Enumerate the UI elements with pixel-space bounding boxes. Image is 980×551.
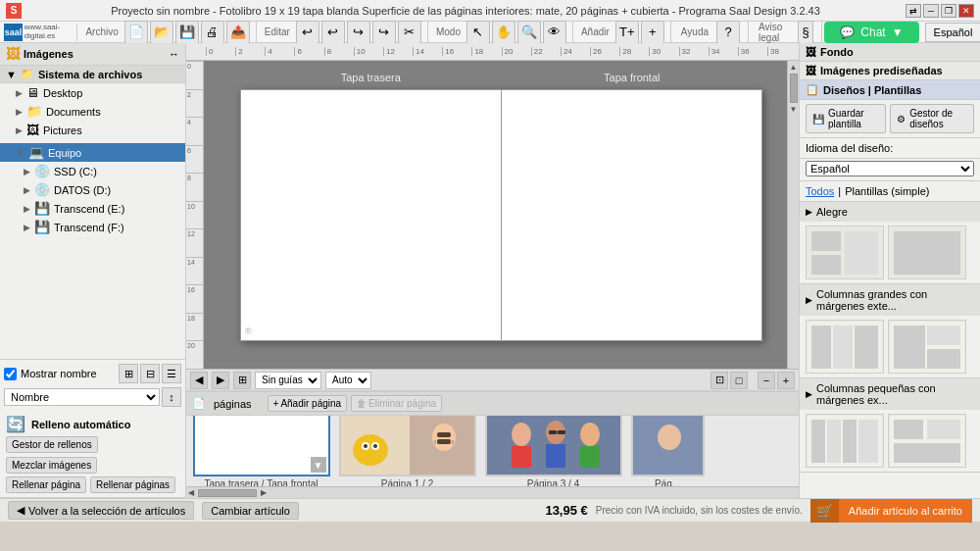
gestor-rellenos-btn[interactable]: Gestor de rellenos (6, 436, 98, 453)
h-scroll-thumb[interactable] (198, 489, 257, 497)
grid-small-view-btn[interactable]: ⊟ (140, 364, 160, 383)
tree-transcend-f[interactable]: ▶ 💾 Transcend (F:) (8, 218, 185, 236)
tree-ssd-c[interactable]: ▶ 💿 SSD (C:) (8, 162, 185, 180)
zoom-fit-btn[interactable]: ⊡ (710, 372, 728, 389)
vertical-scrollbar[interactable]: ▲ ▼ (787, 61, 799, 369)
idioma-select[interactable]: Español (806, 161, 974, 176)
file-export-btn[interactable]: 📤 (226, 21, 250, 44)
group3-header[interactable]: ▶ Columnas pequeñas con márgenes ex... (800, 378, 980, 410)
page-corner-mark: ® (245, 326, 252, 336)
predis-header[interactable]: 🖼 Imágenes prediseñadas (800, 62, 980, 80)
undo-btn[interactable]: ↩ (296, 21, 319, 44)
tree-documents[interactable]: ▶ 📁 Documents (0, 102, 185, 121)
guardar-label: Guardar plantilla (828, 108, 879, 129)
menu-archivo-label: Archivo (85, 26, 118, 37)
film-thumb-3[interactable]: Página 3 / 4 (482, 416, 624, 486)
pointer-btn[interactable]: ↖ (466, 21, 490, 44)
gestor-disenos-btn[interactable]: ⚙ Gestor de diseños (890, 104, 974, 133)
todos-link[interactable]: Todos (806, 185, 834, 197)
tree-desktop[interactable]: ▶ 🖥 Desktop (0, 83, 185, 102)
zoom-out-btn[interactable]: − (758, 372, 775, 389)
design-thumb-1[interactable] (806, 225, 884, 279)
file-print-btn[interactable]: 🖨 (201, 21, 224, 44)
canvas-left-btn[interactable]: ◀ (190, 372, 208, 389)
language-select[interactable]: Español (925, 23, 980, 42)
price-note: Precio con IVA incluido, sin los costes … (596, 505, 803, 516)
scroll-down-arrow[interactable]: ▼ (790, 105, 798, 114)
canvas-container: Tapa trasera Tapa frontal ® (240, 89, 762, 341)
h-scroll-left[interactable]: ◀ (188, 488, 194, 497)
disenos-header[interactable]: 📋 Diseños | Plantillas (800, 80, 980, 100)
filmstrip-scrollbar[interactable]: ◀ ▶ (186, 486, 799, 498)
thumb1-nav[interactable]: ▼ (311, 457, 326, 473)
sort-select[interactable]: Nombre (4, 388, 160, 406)
file-save-btn[interactable]: 💾 (175, 21, 199, 44)
change-article-button[interactable]: Cambiar artículo (202, 502, 299, 520)
redo-btn[interactable]: ↪ (347, 21, 370, 44)
add-text-btn[interactable]: T+ (615, 21, 639, 44)
close-button[interactable]: ✕ (958, 4, 974, 18)
file-open-btn[interactable]: 📂 (150, 21, 173, 44)
remove-page-btn[interactable]: 🗑 Eliminar página (351, 395, 442, 412)
rellenar-pagina-btn[interactable]: Rellenar página (6, 476, 86, 493)
add-page-btn[interactable]: + Añadir página (268, 395, 348, 412)
zoom-actual-btn[interactable]: □ (730, 372, 748, 389)
predis-icon: 🖼 (806, 65, 816, 76)
guide-select[interactable]: Sin guías (255, 372, 321, 389)
cut-btn[interactable]: ✂ (398, 21, 421, 44)
add-shape-btn[interactable]: + (641, 21, 664, 44)
help-btn[interactable]: ? (716, 21, 740, 44)
grid-large-view-btn[interactable]: ⊞ (119, 364, 138, 383)
group-alegre-header[interactable]: ▶ Alegre (800, 202, 980, 222)
design-thumb-3[interactable] (806, 320, 884, 374)
zoom-select[interactable]: Auto (325, 372, 371, 389)
back-button[interactable]: ◀ Volver a la selección de artículos (8, 501, 194, 520)
file-new-btn[interactable]: 📄 (124, 21, 148, 44)
canvas-workspace[interactable]: Tapa trasera Tapa frontal ® ▲ (204, 61, 799, 369)
canvas-right-btn[interactable]: ▶ (212, 372, 229, 389)
file-system-header[interactable]: ▼ 📁 Sistema de archivos (0, 66, 185, 83)
add-to-cart-button[interactable]: 🛒 Añadir artículo al carrito (810, 499, 972, 523)
design-thumb-4[interactable] (888, 320, 966, 374)
tree-equipo[interactable]: ▼ 💻 Equipo (0, 143, 185, 162)
scroll-thumb[interactable] (790, 74, 798, 103)
show-name-checkbox[interactable] (4, 368, 17, 380)
tree-pictures[interactable]: ▶ 🖼 Pictures (0, 121, 185, 139)
redo2-btn[interactable]: ↪ (372, 21, 396, 44)
images-expand-icon[interactable]: ↔ (169, 48, 179, 60)
design-thumb-5[interactable] (806, 414, 884, 468)
mark-3: 6 (294, 47, 323, 56)
guardar-plantilla-btn[interactable]: 💾 Guardar plantilla (806, 104, 886, 133)
datos-label: DATOS (D:) (54, 184, 111, 196)
tree-datos-d[interactable]: ▶ 💿 DATOS (D:) (8, 180, 185, 199)
undo2-btn[interactable]: ↩ (321, 21, 345, 44)
group2-header[interactable]: ▶ Columnas grandes con márgenes exte... (800, 284, 980, 316)
svg-point-10 (364, 444, 368, 448)
filter-separator: | (838, 185, 841, 197)
design-thumb-2[interactable] (888, 225, 966, 279)
rellenar-paginas-btn[interactable]: Rellenar páginas (90, 476, 175, 493)
design-thumb-6[interactable] (888, 414, 966, 468)
film-thumb-2[interactable]: Página 1 / 2 (336, 416, 478, 486)
list-view-btn[interactable]: ☰ (162, 364, 181, 383)
tree-transcend-e[interactable]: ▶ 💾 Transcend (E:) (8, 199, 185, 218)
eye-btn[interactable]: 👁 (543, 21, 566, 44)
film-thumb-1[interactable]: ▼ Tapa trasera / Tapa frontal (190, 416, 332, 486)
mark-15: 30 (649, 47, 678, 56)
zoom-in-btn2[interactable]: + (777, 372, 795, 389)
zoom-in-btn[interactable]: 🔍 (517, 21, 541, 44)
mezclar-imagenes-btn[interactable]: Mezclar imágenes (6, 457, 97, 474)
documents-label: Documents (46, 106, 101, 118)
h-scroll-right[interactable]: ▶ (261, 488, 267, 497)
legal-btn[interactable]: § (798, 21, 814, 44)
group2-label: Columnas grandes con márgenes exte... (816, 288, 974, 312)
v-mark-2: 4 (186, 117, 203, 145)
film-thumb-4[interactable]: Pág... (628, 416, 707, 486)
scroll-up-arrow[interactable]: ▲ (790, 63, 798, 72)
sort-direction-btn[interactable]: ↕ (162, 387, 181, 407)
desktop-icon: 🖥 (26, 85, 39, 100)
hand-btn[interactable]: ✋ (492, 21, 515, 44)
restore-button[interactable]: ❐ (941, 4, 956, 18)
minimize-button[interactable]: ─ (923, 4, 939, 18)
chat-button[interactable]: 💬 Chat ▼ (824, 22, 918, 43)
